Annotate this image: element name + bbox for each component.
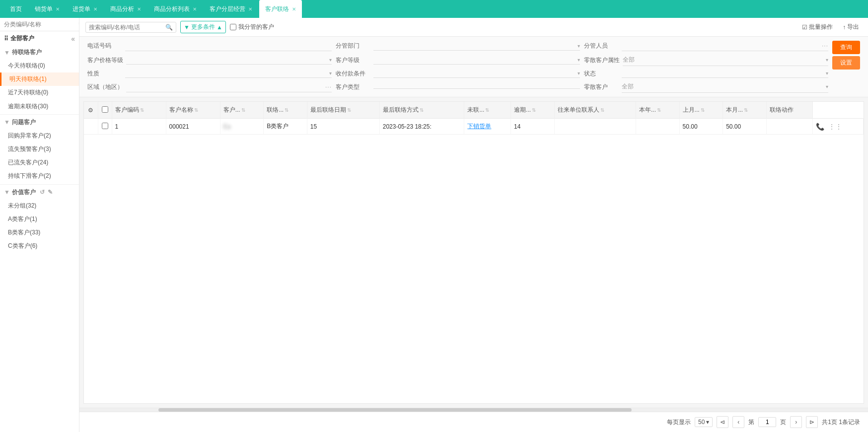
sort-name[interactable]: 客户名称 ⇅ (169, 106, 217, 114)
first-page-btn[interactable]: ⊲ (717, 416, 728, 428)
more-conditions-btn[interactable]: ▼ 更多条件 ▲ (180, 21, 226, 33)
sort-this-year[interactable]: 本年... ⇅ (639, 106, 676, 114)
nav-product-analysis-close[interactable]: ✕ (137, 6, 141, 12)
dept-label: 分管部门 (336, 42, 370, 50)
export-icon: ↑ (843, 24, 846, 31)
page-input[interactable] (758, 417, 776, 427)
th-last-month-label: 上月... (683, 106, 700, 114)
th-settings[interactable]: ⚙ (84, 102, 98, 119)
sort-last-contact-date[interactable]: 最后联络日期 ⇅ (310, 106, 376, 114)
batch-icon: ☑ (802, 24, 807, 31)
sort-this-month[interactable]: 本月... ⇅ (726, 106, 763, 114)
row-this-year: 50.00 (683, 123, 698, 130)
search-icon[interactable]: 🔍 (165, 24, 173, 31)
sidebar-search-input[interactable] (4, 21, 78, 28)
prev-page-btn[interactable]: ‹ (732, 416, 744, 428)
nav-home-label: 首页 (10, 5, 22, 13)
sidebar-item-today[interactable]: 今天待联络(0) (0, 59, 79, 72)
th-check[interactable] (98, 102, 112, 119)
status-select[interactable]: ▾ (622, 69, 828, 78)
nav-product-analysis-list-close[interactable]: ✕ (193, 6, 197, 12)
customer-type-select[interactable] (373, 85, 580, 89)
sidebar-item-b-class[interactable]: B类客户(33) (0, 226, 79, 239)
nav-purchase-close[interactable]: ✕ (93, 6, 97, 12)
sort-unit-contact[interactable]: 往来单位联系人 ⇅ (558, 106, 633, 114)
sort-no-contact[interactable]: 未联... ⇅ (467, 106, 507, 114)
nav-customer-contact-close[interactable]: ✕ (292, 6, 296, 12)
divider-2 (0, 184, 79, 185)
reset-button[interactable]: 设置 (832, 56, 860, 70)
sidebar: 🔍 ⠿ 全部客户 « ▼ 待联络客户 今天待联络(0) 明天待联络(1) 近7天… (0, 18, 79, 432)
sidebar-item-churned[interactable]: 已流失客户(24) (0, 156, 79, 169)
sort-code-icon: ⇅ (140, 107, 144, 113)
td-code: 000021 (166, 119, 220, 135)
collapse-icon[interactable]: « (71, 35, 75, 43)
last-page-btn[interactable]: ⊳ (806, 416, 818, 428)
region-select[interactable]: ··· (126, 82, 332, 92)
sidebar-item-7days[interactable]: 近7天待联络(0) (0, 86, 79, 99)
sort-last-month[interactable]: 上月... ⇅ (683, 106, 720, 114)
sidebar-item-a-class[interactable]: A类客户(1) (0, 213, 79, 226)
pagination-total: 共1页 1条记录 (822, 418, 860, 427)
horizontal-scrollbar[interactable] (79, 408, 868, 412)
person-select[interactable]: ··· (622, 41, 828, 51)
nav-customer-contact[interactable]: 客户联络 ✕ (259, 0, 302, 18)
th-code-label: 客户编码 (115, 106, 139, 114)
th-unit-contact-label: 往来单位联系人 (558, 106, 599, 114)
sidebar-all-customers[interactable]: ⠿ 全部客户 « (0, 31, 79, 46)
row-last-contact-method[interactable]: 下销货单 (467, 123, 491, 130)
sidebar-item-overdue[interactable]: 逾期未联络(30) (0, 100, 79, 113)
nav-sales-close[interactable]: ✕ (56, 6, 60, 12)
nav-product-analysis-list[interactable]: 商品分析列表 ✕ (148, 0, 203, 18)
filter-row-1: 电话号码 分管部门 ▾ 分管人员 (87, 41, 828, 51)
sidebar-item-tomorrow[interactable]: 明天待联络(1) (0, 72, 79, 86)
sort-code[interactable]: 客户编码 ⇅ (115, 106, 163, 114)
phone-action-icon[interactable]: 📞 (816, 123, 824, 131)
my-customers-checkbox[interactable] (230, 24, 236, 30)
phone-input[interactable] (125, 41, 332, 51)
nav-product-analysis[interactable]: 商品分析 ✕ (104, 0, 147, 18)
nav-customer-tier-close[interactable]: ✕ (248, 6, 252, 12)
retail-customer-value: 全部 (622, 82, 634, 91)
per-page-select[interactable]: 50 ▾ (695, 417, 713, 427)
sort-last-contact-method[interactable]: 最后联络方式 ⇅ (383, 106, 461, 114)
retail-attr-select[interactable]: 全部 ▾ (623, 54, 828, 66)
tomorrow-pending-label: 明天待联络(1) (9, 75, 47, 82)
th-no-contact-label: 未联... (467, 106, 484, 114)
price-level-select[interactable]: ▾ (126, 56, 332, 65)
refresh-icon[interactable]: ↺ (40, 189, 45, 196)
sort-type[interactable]: 客户... ⇅ (223, 106, 261, 114)
sidebar-item-churn-warning[interactable]: 流失预警客户(3) (0, 143, 79, 156)
sidebar-item-declining[interactable]: 持续下滑客户(2) (0, 169, 79, 183)
row-last-contact-date: 2023-05-23 18:25: (383, 123, 432, 130)
nav-home[interactable]: 首页 (4, 0, 28, 18)
td-check[interactable] (98, 119, 112, 135)
edit-icon[interactable]: ✎ (48, 189, 53, 196)
sort-name-icon: ⇅ (194, 107, 198, 113)
row-code: 000021 (169, 123, 189, 130)
retail-customer-select[interactable]: 全部 ▾ (622, 81, 828, 93)
th-action-label: 联络动作 (770, 106, 794, 113)
batch-operation-btn[interactable]: ☑ 批量操作 (799, 21, 836, 33)
menu-action-icon[interactable]: ⋮⋮ (828, 123, 842, 131)
customer-level-select[interactable]: ▾ (373, 56, 580, 65)
nav-sales[interactable]: 销货单 ✕ (29, 0, 66, 18)
search-input[interactable] (89, 24, 163, 31)
sidebar-item-repurchase-abnormal[interactable]: 回购异常客户(2) (0, 129, 79, 143)
sidebar-item-ungrouped[interactable]: 未分组(32) (0, 199, 79, 213)
sort-contact[interactable]: 联络... ⇅ (267, 106, 304, 114)
nav-customer-tier[interactable]: 客户分层经营 ✕ (204, 0, 258, 18)
payment-select[interactable]: ▾ (373, 69, 580, 78)
query-button[interactable]: 查询 (832, 41, 860, 54)
ungrouped-label: 未分组(32) (8, 202, 36, 209)
export-btn[interactable]: ↑ 导出 (840, 21, 862, 33)
nature-select[interactable]: ▾ (125, 69, 332, 78)
select-all-checkbox[interactable] (102, 106, 108, 113)
sidebar-item-c-class[interactable]: C类客户(6) (0, 239, 79, 253)
sort-overdue[interactable]: 逾期... ⇅ (514, 106, 551, 114)
nav-purchase[interactable]: 进货单 ✕ (67, 0, 103, 18)
filter-row-4: 区域（地区） ··· 客户类型 (87, 81, 828, 93)
row-checkbox[interactable] (102, 123, 108, 129)
dept-select[interactable]: ▾ (373, 42, 580, 51)
next-page-btn[interactable]: › (790, 416, 802, 428)
